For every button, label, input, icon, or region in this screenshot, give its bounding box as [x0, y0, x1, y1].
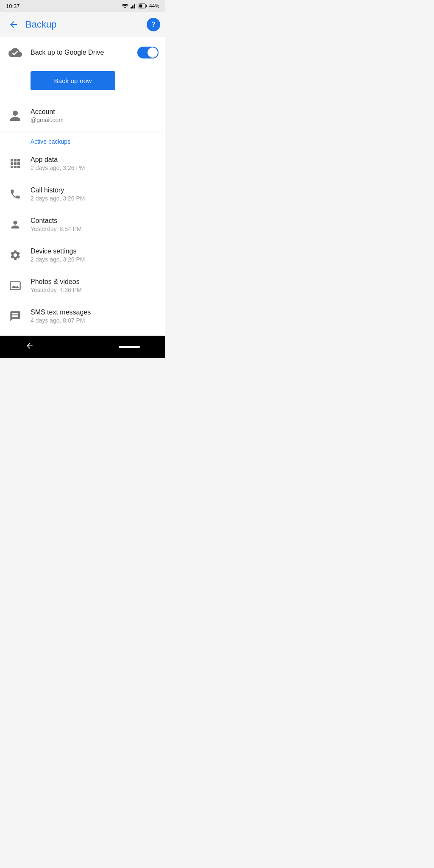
backup-item-photos[interactable]: Photos & videos Yesterday, 4:36 PM	[0, 270, 165, 301]
device-settings-text: Device settings 2 days ago, 3:26 PM	[31, 248, 159, 263]
signal-icon	[131, 3, 136, 8]
account-icon	[7, 107, 24, 124]
app-data-text: App data 2 days ago, 3:26 PM	[31, 156, 159, 171]
app-data-subtitle: 2 days ago, 3:26 PM	[31, 164, 159, 171]
svg-rect-0	[131, 7, 132, 8]
help-button[interactable]: ?	[147, 18, 160, 31]
call-history-subtitle: 2 days ago, 3:26 PM	[31, 195, 159, 202]
svg-rect-3	[136, 3, 136, 8]
account-text: Account @gmail.com	[31, 108, 159, 123]
photos-title: Photos & videos	[31, 278, 159, 286]
svg-rect-2	[134, 4, 135, 8]
device-settings-icon	[7, 247, 24, 264]
device-settings-title: Device settings	[31, 248, 159, 255]
call-history-text: Call history 2 days ago, 3:26 PM	[31, 186, 159, 202]
svg-rect-1	[132, 6, 134, 8]
cloud-check-icon	[7, 44, 24, 61]
toggle-thumb	[147, 47, 158, 58]
photos-subtitle: Yesterday, 4:36 PM	[31, 287, 159, 293]
backup-toggle-text: Back up to Google Drive	[31, 49, 137, 56]
status-time: 10:37	[6, 3, 20, 9]
backup-item-contacts[interactable]: Contacts Yesterday, 8:54 PM	[0, 209, 165, 240]
backup-item-app-data[interactable]: App data 2 days ago, 3:26 PM	[0, 148, 165, 179]
call-history-title: Call history	[31, 186, 159, 194]
call-history-icon	[7, 186, 24, 203]
contacts-title: Contacts	[31, 217, 159, 225]
wifi-icon	[122, 3, 128, 8]
backup-now-container: Back up now	[0, 68, 165, 100]
svg-rect-5	[146, 5, 147, 7]
sms-text: SMS text messages 4 days ago, 8:07 PM	[31, 309, 159, 324]
svg-rect-6	[139, 5, 142, 8]
contacts-text: Contacts Yesterday, 8:54 PM	[31, 217, 159, 232]
active-backups-label: Active backups	[0, 131, 165, 148]
account-label: Account	[31, 108, 159, 116]
battery-icon	[139, 3, 147, 8]
backup-toggle-row: Back up to Google Drive	[0, 37, 165, 68]
app-data-title: App data	[31, 156, 159, 164]
sms-title: SMS text messages	[31, 309, 159, 316]
nav-home-indicator[interactable]	[119, 346, 140, 348]
toggle[interactable]	[137, 47, 159, 58]
content-area: Back up to Google Drive Back up now Acco…	[0, 37, 165, 336]
account-row[interactable]: Account @gmail.com	[0, 100, 165, 131]
page-title: Backup	[25, 19, 147, 30]
back-button[interactable]	[5, 16, 22, 33]
nav-back-button[interactable]	[25, 342, 34, 352]
status-bar: 10:37 44%	[0, 0, 165, 12]
app-bar: Backup ?	[0, 12, 165, 37]
grid-icon	[11, 159, 20, 168]
backup-toggle-label: Back up to Google Drive	[31, 49, 137, 56]
contacts-subtitle: Yesterday, 8:54 PM	[31, 225, 159, 232]
app-data-icon	[7, 155, 24, 172]
navigation-bar	[0, 336, 165, 358]
backup-item-device-settings[interactable]: Device settings 2 days ago, 3:26 PM	[0, 240, 165, 270]
battery-percent: 44%	[149, 3, 159, 9]
sms-icon	[7, 308, 24, 325]
sms-subtitle: 4 days ago, 8:07 PM	[31, 317, 159, 324]
backup-toggle-switch[interactable]	[137, 47, 159, 58]
backup-now-button[interactable]: Back up now	[31, 71, 115, 90]
account-email: @gmail.com	[31, 117, 159, 123]
photos-icon	[7, 277, 24, 294]
device-settings-subtitle: 2 days ago, 3:26 PM	[31, 256, 159, 263]
backup-item-sms[interactable]: SMS text messages 4 days ago, 8:07 PM	[0, 301, 165, 331]
toggle-track	[137, 47, 159, 58]
status-icons: 44%	[122, 3, 159, 9]
backup-item-call-history[interactable]: Call history 2 days ago, 3:26 PM	[0, 179, 165, 209]
photos-text: Photos & videos Yesterday, 4:36 PM	[31, 278, 159, 293]
contacts-icon	[7, 216, 24, 233]
